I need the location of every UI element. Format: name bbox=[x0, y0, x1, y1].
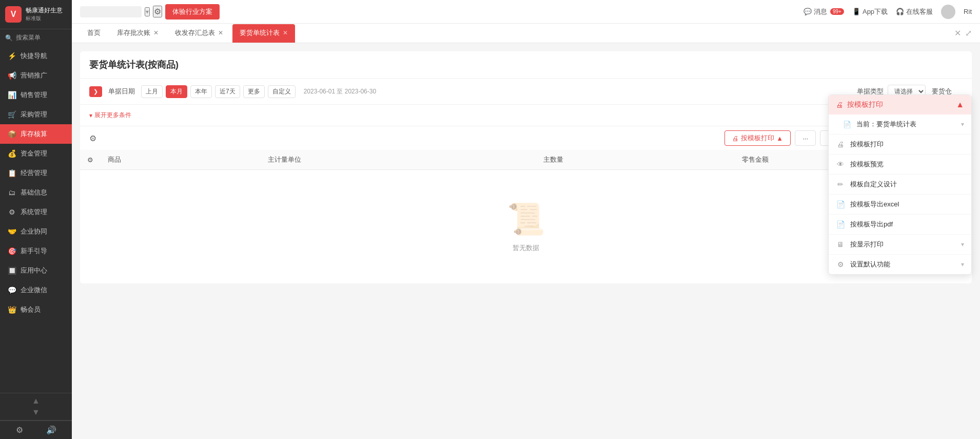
default-fn-arrow: ▾ bbox=[961, 261, 964, 268]
dropdown-item-default-fn[interactable]: ⚙ 设置默认功能 ▾ bbox=[829, 255, 971, 274]
print-template-btn[interactable]: 🖨 按模板打印 ▲ bbox=[724, 130, 791, 146]
user-name: Rit bbox=[964, 8, 972, 15]
topbar-app-download[interactable]: 📱 App下载 bbox=[852, 7, 888, 16]
finance-icon: 💰 bbox=[7, 149, 16, 158]
topbar-settings-btn[interactable]: ⚙ bbox=[153, 6, 162, 17]
tab-home[interactable]: 首页 bbox=[80, 24, 108, 43]
tabbar: 首页 库存批次账 ✕ 收发存汇总表 ✕ 要货单统计表 ✕ ✕ ⤢ bbox=[72, 24, 980, 43]
template-design-label: 模板自定义设计 bbox=[850, 180, 897, 189]
filter-custom-btn[interactable]: 自定义 bbox=[268, 85, 296, 98]
page-title: 要货单统计表(按商品) bbox=[89, 59, 963, 71]
sidebar-item-system[interactable]: ⚙ 系统管理 bbox=[0, 202, 72, 222]
app-download-label: App下载 bbox=[863, 7, 888, 16]
dropdown-item-template-excel[interactable]: 📄 按模板导出excel bbox=[829, 195, 971, 215]
sidebar-item-label: 企业微信 bbox=[21, 285, 47, 295]
industry-btn[interactable]: 体验行业方案 bbox=[165, 4, 220, 20]
filter-date-range: 2023-06-01 至 2023-06-30 bbox=[304, 87, 376, 96]
filter-toggle-btn[interactable]: ❯ bbox=[89, 86, 102, 97]
search-icon: 🔍 bbox=[5, 34, 13, 42]
empty-illustration: 📜 bbox=[507, 201, 545, 237]
dropdown-item-template-design[interactable]: ✏ 模板自定义设计 bbox=[829, 175, 971, 195]
sales-icon: 📊 bbox=[7, 91, 16, 99]
user-avatar[interactable] bbox=[941, 5, 955, 19]
sidebar-search[interactable]: 🔍 搜索菜单 bbox=[0, 29, 72, 46]
marketing-icon: 📢 bbox=[7, 71, 16, 80]
main-area: ▾ ⚙ 体验行业方案 💬 消息 99+ 📱 App下载 🎧 在线客服 Rit bbox=[72, 0, 980, 439]
sidebar-item-app[interactable]: 🔲 应用中心 bbox=[0, 261, 72, 280]
template-excel-label: 按模板导出excel bbox=[850, 200, 899, 209]
sidebar-item-label: 资金管理 bbox=[21, 149, 47, 158]
display-print-arrow: ▾ bbox=[961, 241, 964, 248]
tabbar-actions: ✕ ⤢ bbox=[954, 28, 972, 38]
filter-this-month-btn[interactable]: 本月 bbox=[166, 85, 187, 98]
sidebar-item-operation[interactable]: 📋 经营管理 bbox=[0, 163, 72, 183]
tabbar-expand-btn[interactable]: ⤢ bbox=[965, 28, 972, 38]
sidebar-item-inventory[interactable]: 📦 库存核算 bbox=[0, 124, 72, 144]
dropdown-item-template-preview[interactable]: 👁 按模板预览 bbox=[829, 155, 971, 175]
sidebar-item-enterprise[interactable]: 🤝 企业协同 bbox=[0, 222, 72, 241]
template-pdf-icon: 📄 bbox=[836, 220, 845, 228]
filter-date-group: 上月 本月 本年 近7天 更多 自定义 bbox=[141, 85, 296, 98]
dropdown-title: 按模板打印 bbox=[847, 100, 883, 109]
tabbar-close-btn[interactable]: ✕ bbox=[954, 28, 961, 38]
template-preview-label: 按模板预览 bbox=[850, 160, 884, 169]
tab-receivables-close[interactable]: ✕ bbox=[218, 29, 223, 36]
filter-7days-btn[interactable]: 近7天 bbox=[215, 85, 240, 98]
sidebar-search-label: 搜索菜单 bbox=[16, 33, 41, 42]
tab-home-label: 首页 bbox=[87, 28, 101, 37]
template-excel-icon: 📄 bbox=[836, 200, 845, 208]
wechat-icon: 💬 bbox=[7, 286, 16, 294]
online-service-label: 在线客服 bbox=[906, 7, 933, 16]
scroll-up-btn[interactable]: ▲ bbox=[31, 395, 41, 407]
app-download-icon: 📱 bbox=[852, 8, 860, 15]
sidebar-item-basic[interactable]: 🗂 基础信息 bbox=[0, 183, 72, 202]
template-print-icon: 🖨 bbox=[836, 140, 845, 148]
sidebar-item-sales[interactable]: 📊 销售管理 bbox=[0, 85, 72, 105]
guide-icon: 🎯 bbox=[7, 247, 16, 255]
tab-order-stats-close[interactable]: ✕ bbox=[283, 29, 288, 36]
filter-more-btn[interactable]: 更多 bbox=[243, 85, 265, 98]
operation-icon: 📋 bbox=[7, 169, 16, 177]
filter-date-label: 单据日期 bbox=[108, 87, 135, 96]
sidebar-item-label: 系统管理 bbox=[21, 207, 47, 217]
dropdown-item-display-print[interactable]: 🖥 按显示打印 ▾ bbox=[829, 235, 971, 255]
sidebar-item-label: 销售管理 bbox=[21, 90, 47, 100]
filter-last-month-btn[interactable]: 上月 bbox=[141, 85, 163, 98]
topbar-search-input[interactable] bbox=[80, 6, 142, 17]
dropdown-print-icon: 🖨 bbox=[836, 101, 843, 109]
toolbar-col-settings-btn[interactable]: ⚙ bbox=[89, 133, 96, 143]
topbar-online-service[interactable]: 🎧 在线客服 bbox=[896, 7, 933, 16]
sidebar-settings-icon[interactable]: ⚙ bbox=[16, 425, 23, 435]
topbar-dropdown-btn[interactable]: ▾ bbox=[145, 7, 150, 16]
sidebar-item-member[interactable]: 👑 畅会员 bbox=[0, 300, 72, 319]
message-icon: 💬 bbox=[803, 8, 812, 15]
system-icon: ⚙ bbox=[7, 208, 16, 216]
sidebar-item-guide[interactable]: 🎯 新手引导 bbox=[0, 241, 72, 261]
sidebar-item-purchase[interactable]: 🛒 采购管理 bbox=[0, 105, 72, 124]
dropdown-item-template-print[interactable]: 🖨 按模板打印 bbox=[829, 135, 971, 155]
tab-receivables[interactable]: 收发存汇总表 ✕ bbox=[168, 24, 230, 43]
sidebar-item-marketing[interactable]: 📢 营销推广 bbox=[0, 66, 72, 85]
more-options-btn[interactable]: ··· bbox=[795, 130, 816, 146]
sidebar-item-label: 营销推广 bbox=[21, 71, 47, 80]
sidebar-item-quick-nav[interactable]: ⚡ 快捷导航 bbox=[0, 46, 72, 66]
member-icon: 👑 bbox=[7, 306, 16, 314]
print-dropdown-menu: 🖨 按模板打印 ▲ 📄 当前：要货单统计表 ▾ 🖨 按模板打印 👁 按模板预览 … bbox=[828, 94, 972, 275]
scroll-down-btn[interactable]: ▼ bbox=[31, 407, 41, 418]
filter-expand-btn[interactable]: ▾ 展开更多条件 bbox=[89, 108, 131, 123]
tab-order-stats[interactable]: 要货单统计表 ✕ bbox=[232, 24, 295, 43]
col-unit: 主计量单位 bbox=[261, 150, 536, 170]
dropdown-item-template-pdf[interactable]: 📄 按模板导出pdf bbox=[829, 215, 971, 235]
display-print-label: 按显示打印 bbox=[850, 240, 884, 249]
sidebar-audio-icon[interactable]: 🔊 bbox=[46, 425, 56, 435]
dropdown-current-template[interactable]: 📄 当前：要货单统计表 ▾ bbox=[829, 114, 971, 135]
sidebar-item-finance[interactable]: 💰 资金管理 bbox=[0, 144, 72, 163]
sidebar-item-wechat[interactable]: 💬 企业微信 bbox=[0, 280, 72, 300]
filter-this-year-btn[interactable]: 本年 bbox=[190, 85, 212, 98]
message-label: 消息 bbox=[814, 7, 827, 16]
dropdown-chevron-icon[interactable]: ▲ bbox=[956, 100, 964, 109]
tab-batch-accounts[interactable]: 库存批次账 ✕ bbox=[110, 24, 166, 43]
tab-batch-accounts-close[interactable]: ✕ bbox=[153, 29, 159, 36]
print-icon: 🖨 bbox=[732, 135, 739, 142]
topbar-message[interactable]: 💬 消息 99+ bbox=[803, 7, 844, 16]
